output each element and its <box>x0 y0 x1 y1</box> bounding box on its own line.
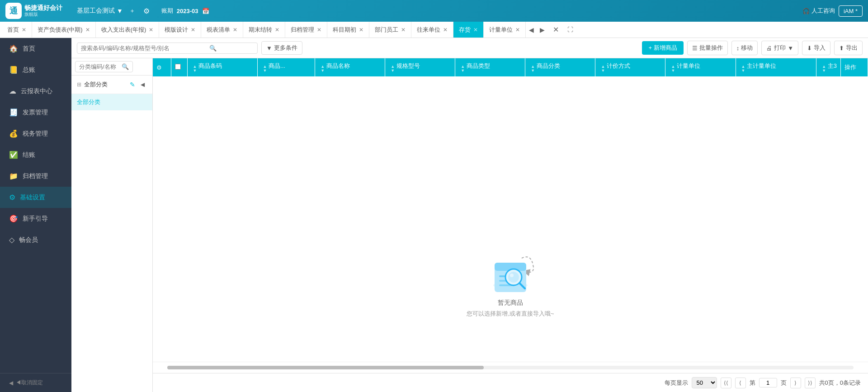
tab-inventory[interactable]: 存货 ✕ <box>453 22 484 38</box>
th-barcode[interactable]: ▲▼ 商品条码 <box>187 58 257 76</box>
print-button[interactable]: 🖨 打印 ▼ <box>761 41 798 55</box>
sidebar-item-guide[interactable]: 🎯 新手引导 <box>0 208 71 229</box>
tab-template[interactable]: 模版设计 ✕ <box>159 22 201 38</box>
tab-archive[interactable]: 归档管理 ✕ <box>285 22 327 38</box>
company-name[interactable]: 基层工会测试 ▼ <box>77 7 123 15</box>
scrollbar-track <box>167 366 854 369</box>
th-settings[interactable]: ⚙ <box>153 58 171 76</box>
main-search-input[interactable] <box>81 45 208 52</box>
category-collapse-button[interactable]: ◀ <box>138 80 147 89</box>
tab-close-icon[interactable]: ✕ <box>359 27 363 33</box>
app-sub: 旗舰版 <box>24 11 62 18</box>
batch-operation-button[interactable]: ☰ 批量操作 <box>687 41 728 55</box>
tab-close-icon[interactable]: ✕ <box>22 27 26 33</box>
settings-col-icon: ⚙ <box>156 64 162 71</box>
tab-expand-button[interactable]: ⛶ <box>564 22 576 38</box>
main-search-box[interactable]: 🔍 <box>77 43 258 54</box>
category-search-box[interactable]: 🔍 <box>75 61 133 72</box>
tab-period-close[interactable]: 期末结转 ✕ <box>243 22 285 38</box>
sidebar-item-close[interactable]: ✅ 结账 <box>0 144 71 165</box>
tab-close-icon[interactable]: ✕ <box>275 27 279 33</box>
page-number-input[interactable] <box>759 378 777 387</box>
sidebar-item-tax[interactable]: 💰 税务管理 <box>0 123 71 144</box>
page-first-button[interactable]: ⟨⟨ <box>721 378 731 388</box>
sidebar-label: 总账 <box>23 66 35 74</box>
tab-close-icon[interactable]: ✕ <box>473 27 478 33</box>
app-title: 畅捷通好会计 <box>24 4 62 12</box>
plus-icon[interactable]: ＋ <box>129 7 135 15</box>
unpin-button[interactable]: ◀ ◀取消固定 <box>0 373 71 392</box>
search-icon[interactable]: 🔍 <box>209 45 217 52</box>
category-search-icon[interactable]: 🔍 <box>122 63 129 70</box>
select-all-checkbox[interactable] <box>175 64 181 70</box>
content-area: 🔍 ▼ 更多条件 + 新增商品 ☰ 批量操作 ↕ 移动 🖨 打印 ▼ ⬇ <box>71 38 868 392</box>
th-spec[interactable]: ▲▼ 规格型号 <box>385 58 455 76</box>
th-name[interactable]: ▲▼ 商品名称 <box>315 58 385 76</box>
export-icon: ⬆ <box>839 45 844 52</box>
sort-arrows: ▲▼ <box>391 65 395 73</box>
tab-subject-init[interactable]: 科目期初 ✕ <box>327 22 369 38</box>
tab-close-all-button[interactable]: ✕ <box>549 22 562 38</box>
category-item-all[interactable]: 全部分类 <box>71 94 152 110</box>
export-button[interactable]: ⬆ 导出 <box>834 41 863 55</box>
tab-income-stmt[interactable]: 收入支出表(年报) ✕ <box>96 22 160 38</box>
tab-close-icon[interactable]: ✕ <box>401 27 406 33</box>
tab-prev-button[interactable]: ◀ <box>526 22 537 38</box>
account-button[interactable]: iAM * <box>839 5 863 17</box>
gear-icon[interactable]: ⚙ <box>143 7 150 15</box>
category-edit-icon[interactable]: ✎ <box>130 81 135 88</box>
import-button[interactable]: ⬇ 导入 <box>802 41 830 55</box>
th-code[interactable]: ▲▼ 商品... <box>257 58 315 76</box>
add-product-button[interactable]: + 新增商品 <box>642 41 683 55</box>
sidebar-item-settings[interactable]: ⚙ 基础设置 <box>0 187 71 208</box>
sidebar-item-invoice[interactable]: 🧾 发票管理 <box>0 102 71 123</box>
sidebar-label: 新手引导 <box>23 215 48 223</box>
th-main-unit[interactable]: ▲▼ 主计量单位 <box>736 58 816 76</box>
th-type[interactable]: ▲▼ 商品类型 <box>455 58 525 76</box>
page-last-button[interactable]: ⟩⟩ <box>805 378 816 388</box>
th-col3[interactable]: ▲▼ 主3 <box>816 58 841 76</box>
scrollbar-thumb[interactable] <box>167 366 484 369</box>
more-filter-button[interactable]: ▼ 更多条件 <box>261 41 302 55</box>
cloud-icon: ☁ <box>9 87 16 95</box>
tab-balance-sheet[interactable]: 资产负债表(中期) ✕ <box>32 22 96 38</box>
sort-arrows: ▲▼ <box>601 65 605 73</box>
category-search-input[interactable] <box>79 63 120 70</box>
table-scroll[interactable]: ⚙ ▲▼ 商品条码 <box>153 58 868 201</box>
sidebar-item-member[interactable]: ◇ 畅会员 <box>0 229 71 250</box>
page-next-button[interactable]: ⟩ <box>790 378 801 388</box>
sidebar-label: 畅会员 <box>19 236 38 244</box>
tab-close-icon[interactable]: ✕ <box>443 27 448 33</box>
main-table-wrapper: ⚙ ▲▼ 商品条码 <box>153 58 868 392</box>
batch-icon: ☰ <box>692 45 698 52</box>
th-checkbox[interactable] <box>171 58 187 76</box>
tab-close-icon[interactable]: ✕ <box>317 27 321 33</box>
tab-close-icon[interactable]: ✕ <box>149 27 153 33</box>
page-prev-button[interactable]: ⟨ <box>735 378 746 388</box>
tab-unit[interactable]: 计量单位 ✕ <box>484 22 526 38</box>
calendar-icon[interactable]: 📅 <box>202 8 209 14</box>
tab-close-icon[interactable]: ✕ <box>515 27 520 33</box>
tab-contacts[interactable]: 往来单位 ✕ <box>411 22 453 38</box>
sidebar-item-home[interactable]: 🏠 首页 <box>0 38 71 59</box>
th-category[interactable]: ▲▼ 商品分类 <box>525 58 595 76</box>
tab-next-button[interactable]: ▶ <box>537 22 547 38</box>
tab-home[interactable]: 首页 ✕ <box>2 22 32 38</box>
horizontal-scrollbar[interactable] <box>153 362 868 373</box>
tab-label: 归档管理 <box>291 26 314 34</box>
sidebar-item-reports[interactable]: ☁ 云报表中心 <box>0 80 71 102</box>
move-button[interactable]: ↕ 移动 <box>731 41 758 55</box>
consult-button[interactable]: 🎧 人工咨询 <box>802 7 835 15</box>
tab-tax[interactable]: 税表清单 ✕ <box>201 22 243 38</box>
page-size-label: 每页显示 <box>665 379 688 387</box>
tab-close-icon[interactable]: ✕ <box>85 27 90 33</box>
sidebar-item-ledger[interactable]: 📒 总账 <box>0 59 71 80</box>
tab-close-icon[interactable]: ✕ <box>191 27 195 33</box>
th-unit[interactable]: ▲▼ 计量单位 <box>665 58 736 76</box>
page-size-select[interactable]: 20 50 100 <box>692 377 717 388</box>
tab-dept-staff[interactable]: 部门员工 ✕ <box>369 22 411 38</box>
tab-close-icon[interactable]: ✕ <box>233 27 237 33</box>
th-price-method[interactable]: ▲▼ 计价方式 <box>595 58 665 76</box>
empty-text: 暂无商品 <box>498 299 523 307</box>
sidebar-item-archive[interactable]: 📁 归档管理 <box>0 165 71 187</box>
